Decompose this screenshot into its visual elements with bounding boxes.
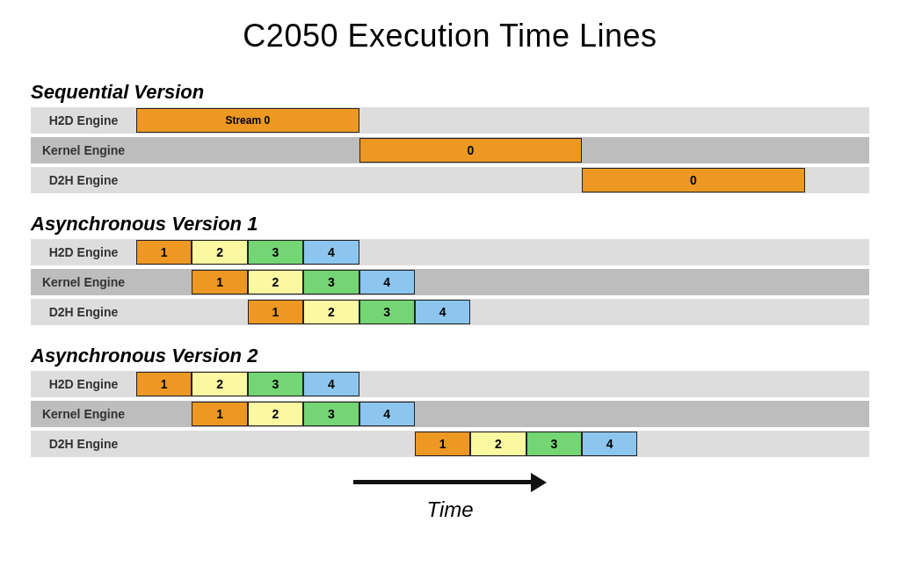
engine-label: Kernel Engine [31,143,136,157]
timeline-bar: 4 [303,240,359,265]
timeline-bar: 1 [415,432,470,456]
timeline-bar: 1 [136,240,192,265]
timeline-bar: 3 [526,432,582,456]
timeline-bar: 3 [248,240,303,265]
timeline-row: Kernel Engine0 [31,137,869,163]
bar-area: 0 [136,137,869,163]
engine-label: Kernel Engine [31,407,136,421]
bar-area: Stream 0 [136,107,869,134]
timeline-row: H2D Engine1234 [31,239,869,265]
timeline-row: H2D Engine1234 [31,371,869,397]
bar-area: 1234 [136,371,869,397]
timeline-bar: 1 [248,300,303,324]
bar-area: 1234 [136,239,869,265]
bar-area: 0 [136,167,869,193]
timeline-bar: 1 [136,372,192,396]
timeline-bar: 2 [470,432,526,456]
timeline-bar: 1 [192,270,247,294]
engine-label: H2D Engine [31,113,136,127]
time-axis-label: Time [31,497,869,522]
section-label: Sequential Version [31,81,869,104]
timeline-bar: 4 [359,402,415,426]
timeline-bar: 0 [359,138,583,163]
timeline-row: D2H Engine0 [31,167,869,193]
engine-label: D2H Engine [31,437,136,451]
timeline-bar: 2 [192,372,247,396]
section-label: Asynchronous Version 2 [31,345,869,367]
timeline-bar: 2 [248,402,303,426]
timeline-bar: 4 [359,270,415,294]
timeline-bar: 3 [248,372,303,396]
timeline-row: Kernel Engine1234 [31,269,869,295]
timeline-bar: 4 [303,372,359,396]
bar-area: 1234 [136,269,869,295]
bar-area: 1234 [136,431,869,457]
timeline-bar: 1 [192,402,247,426]
bar-area: 1234 [136,299,869,325]
timeline-row: H2D EngineStream 0 [31,107,869,134]
timeline-bar: 2 [248,270,303,294]
timeline-bar: 0 [582,168,805,192]
timeline-row: D2H Engine1234 [31,431,869,457]
timeline-bar: 4 [415,300,470,324]
engine-label: D2H Engine [31,305,136,319]
timeline-diagram: Sequential VersionH2D EngineStream 0Kern… [31,81,869,457]
engine-label: H2D Engine [31,377,136,391]
engine-label: Kernel Engine [31,275,136,289]
timeline-bar: 4 [582,432,637,456]
bar-area: 1234 [136,401,869,427]
timeline-row: Kernel Engine1234 [31,401,869,427]
timeline-bar: 2 [303,300,359,324]
timeline-row: D2H Engine1234 [31,299,869,325]
engine-label: H2D Engine [31,245,136,259]
timeline-bar: 3 [303,270,359,294]
section-label: Asynchronous Version 1 [31,213,869,236]
time-axis: Time [31,473,869,522]
arrow-right-icon [353,473,547,492]
engine-label: D2H Engine [31,173,136,187]
page-title: C2050 Execution Time Lines [31,18,869,54]
timeline-bar: 3 [359,300,415,324]
timeline-bar: 3 [303,402,359,426]
timeline-bar: Stream 0 [136,108,359,133]
timeline-bar: 2 [192,240,247,265]
